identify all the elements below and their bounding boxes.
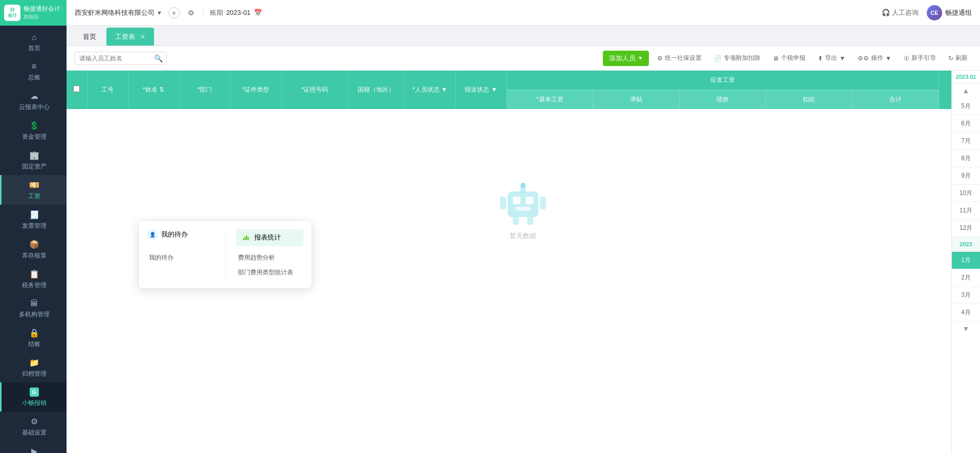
sidebar-item-payroll[interactable]: 💴 工资 [0,175,67,205]
dropdown-popup: 👤 我的待办 我的待办 报表统计 费用趋势分析 部门费用类型统计表 [138,220,312,289]
th-checkbox[interactable] [67,71,87,109]
th-cert-num: *证照号码 [281,71,348,109]
month-item-5[interactable]: 5月 [952,98,980,115]
export-label: 导出 [825,54,837,62]
tab-close-icon[interactable]: ✕ [140,33,145,40]
personal-tax-icon: 🖥 [773,55,779,62]
company-selector[interactable]: 西安虾米网络科技有限公司 ▼ [75,8,162,17]
th-dept: *部门 [179,71,230,109]
report-section: 报表统计 费用趋势分析 部门费用类型统计表 [236,229,304,280]
month-item-10[interactable]: 10月 [952,185,980,202]
month-item-7[interactable]: 7月 [952,133,980,150]
svg-rect-1 [513,197,520,204]
filter2-icon: ▼ [491,86,497,93]
add-person-button[interactable]: 添加人员 ▼ [603,51,649,66]
sidebar-item-xiaochang[interactable]: G 小畅报销 [0,382,67,412]
todo-section: 👤 我的待办 我的待办 [147,229,215,280]
svg-rect-16 [248,237,249,240]
topbar-divider [203,8,204,18]
company-name: 西安虾米网络科技有限公司 [75,8,155,17]
svg-rect-9 [527,217,533,225]
svg-rect-13 [243,238,244,240]
tab-payroll-table[interactable]: 工资表 ✕ [106,28,154,46]
sidebar-nav: ⌂ 首页 ≡ 总账 ☁ 云报表中心 💲 资金管理 🏢 固定资产 💴 工资 🧾 发… [0,26,67,453]
new-guide-action[interactable]: ① 新手引导 [900,52,940,64]
new-guide-icon: ① [904,55,909,62]
month-item-4[interactable]: 4月 [952,304,980,321]
month-item-1-active[interactable]: 1月 [952,252,980,269]
export-action[interactable]: ⬆ 导出 ▼ [814,52,850,64]
sidebar-label-cloud: 云报表中心 [19,103,50,112]
th-person-status[interactable]: *人员状态 ▼ [404,71,455,109]
social-insurance-action[interactable]: ⚙ 统一社保设置 [653,52,706,64]
tab-home[interactable]: 首页 [75,28,104,46]
month-nav-down[interactable]: ▼ [952,321,980,336]
expense-trend-item[interactable]: 费用趋势分析 [236,250,304,265]
sidebar-item-home[interactable]: ⌂ 首页 [0,28,67,57]
search-input[interactable] [79,55,151,62]
period-selector[interactable]: 账期 2023-01 📅 [210,8,262,17]
th-num: 工号 [87,71,128,109]
sidebar-item-closing[interactable]: 🔒 结账 [0,323,67,353]
sidebar-item-guide[interactable]: ▶ 新手引导 [0,441,67,453]
sidebar-item-invoice[interactable]: 🧾 发票管理 [0,205,67,234]
select-all-checkbox[interactable] [73,85,80,92]
sidebar-item-cloud-report[interactable]: ☁ 云报表中心 [0,86,67,116]
th-name[interactable]: *姓名 ⇅ [128,71,179,109]
guide-icon: ▶ [31,446,37,453]
svg-rect-6 [500,197,506,209]
month-item-2[interactable]: 2月 [952,269,980,287]
add-company-button[interactable]: + [168,7,180,18]
month-item-11[interactable]: 11月 [952,202,980,220]
svg-rect-8 [513,217,519,225]
sidebar-item-ledger[interactable]: ≡ 总账 [0,57,67,86]
logo-icon: 好会计 [4,5,20,21]
special-deduct-icon: 📄 [714,55,722,62]
refresh-action[interactable]: ↻ 刷新 [944,52,972,64]
special-deduct-label: 专项附加扣除 [724,54,760,62]
special-deduct-action[interactable]: 📄 专项附加扣除 [710,52,765,64]
svg-rect-15 [246,235,247,240]
archive-icon: 📁 [29,358,39,368]
month-item-6[interactable]: 6月 [952,115,980,133]
sort-icon: ⇅ [159,86,164,93]
add-person-label: 添加人员 [609,54,636,63]
operations-chevron-icon: ▼ [885,55,891,62]
sidebar-item-basic[interactable]: ⚙ 基础设置 [0,412,67,441]
personal-tax-label: 个税申报 [781,54,805,62]
month-item-8[interactable]: 8月 [952,150,980,167]
search-box[interactable]: 🔍 [75,52,167,65]
sidebar-label-tax: 税务管理 [22,281,47,290]
month-item-3[interactable]: 3月 [952,287,980,304]
new-guide-label: 新手引导 [911,54,936,62]
dept-expense-item[interactable]: 部门费用类型统计表 [236,265,304,280]
assets-icon: 🏢 [29,150,39,160]
personal-tax-action[interactable]: 🖥 个税申报 [769,52,810,64]
svg-rect-3 [515,207,531,211]
operations-action[interactable]: ⚙⚙ 操作 ▼ [854,52,896,64]
month-nav-up[interactable]: ▲ [952,83,980,98]
th-report-status[interactable]: 报送状态 ▼ [455,71,507,109]
invoice-icon: 🧾 [29,210,39,220]
month-item-9[interactable]: 9月 [952,167,980,185]
export-icon: ⬆ [818,55,823,62]
sidebar-item-fixed-assets[interactable]: 🏢 固定资产 [0,145,67,175]
support-button[interactable]: 🎧 人工咨询 [882,8,919,17]
my-todo-item[interactable]: 我的待办 [147,250,215,265]
th-base-wage: *基本工资 [507,90,593,110]
svg-rect-14 [245,236,246,240]
sidebar-label-basic: 基础设置 [22,428,47,437]
settings-icon[interactable]: ⚙ [186,7,197,18]
th-cert-type: *证件类型 [230,71,281,109]
sidebar-item-fund[interactable]: 💲 资金管理 [0,116,67,145]
avatar: CE [927,5,942,20]
sidebar-item-tax[interactable]: 📋 税务管理 [0,264,67,294]
filter-icon: ▼ [441,86,447,93]
user-info[interactable]: CE 畅捷通组 [927,5,972,20]
sidebar-item-archive[interactable]: 📁 归档管理 [0,353,67,382]
sidebar-item-multi-org[interactable]: 🏛 多机构管理 [0,294,67,323]
month-item-12[interactable]: 12月 [952,220,980,237]
sidebar-label-ledger: 总账 [28,73,40,82]
tabbar: 首页 工资表 ✕ [67,26,980,46]
sidebar-item-inventory[interactable]: 📦 库存核算 [0,234,67,264]
